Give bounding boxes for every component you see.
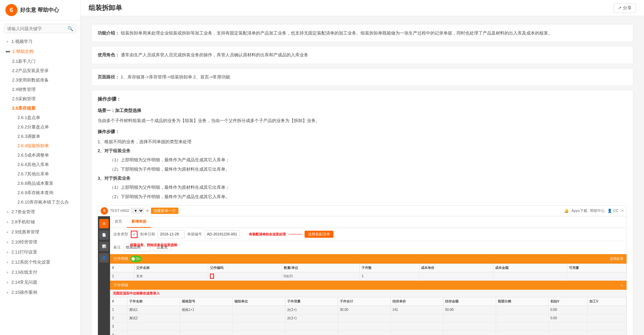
step3-2-text: （2）下部明细为子件明细，最终作为产成品生成其它入库单。 (110, 193, 627, 201)
share-icon: ↗ (618, 5, 622, 10)
app-sidebar-home-icon[interactable]: ⊞ (99, 219, 109, 228)
sidebar-item-personalization[interactable]: ＋ 2.12系统个性化设置 (0, 257, 80, 267)
sidebar-item-coupons[interactable]: ＋ 2.9优惠券管理 (0, 227, 80, 237)
create-new-btn[interactable]: 创建新单一方 (151, 208, 178, 214)
app-logo-icon: 6 (101, 207, 108, 215)
expand-icon: ➖ (5, 49, 10, 54)
cell-cost-amount (493, 272, 567, 280)
app-body: ⊞ 📄 📊 👤 首页 新增单据 (98, 216, 627, 335)
app-titlebar: 6 TEST-H002 ▼ ⚙ 创建新单一方 🔔 Apps下载 帮助中心 (98, 206, 627, 216)
table-header-row-upper: # 父件名称 父件编码 数量/单位 子件数 成本单价 成本金额 可用量 (110, 264, 627, 272)
form-row-2: 备注 组装品用 立案完 (110, 241, 627, 254)
form-area: 业务类型 ✓ 制单日期 2019-12-28 单据编号 AD-20191226-… (110, 228, 627, 254)
sidebar-item-cost-recalc[interactable]: 2.6.8商品成本重算 (0, 179, 80, 188)
company-selector[interactable]: ▼ (131, 208, 144, 214)
sidebar-item-operations[interactable]: ＋ 2.10经营管理 (0, 237, 80, 247)
ops-block: 操作步骤： 场景一：加工类型选择 当由多个子件材料组装成一个成品的业务为【组装】… (91, 90, 633, 335)
col-l-proc-v: 加工V (587, 297, 626, 306)
sidebar-item-ledger-query[interactable]: 2.6.9库存账本查询 (0, 188, 80, 198)
app-sidebar-person-icon[interactable]: 👤 (99, 253, 109, 263)
form-id-input[interactable]: AD-20191226-001 (205, 230, 239, 239)
sidebar-item-other-out[interactable]: 2.6.7其他出库单 (0, 169, 80, 179)
role-block: 使用角色： 通常由生产人员或库管人员完成拆装业务的操作，库管人员确认原材料的出库… (91, 46, 633, 64)
sidebar-item-label: 2.11打印设置 (11, 249, 37, 255)
search-box[interactable]: 🔍 (4, 24, 76, 33)
sidebar-item-label: 2.7资金管理 (11, 209, 35, 215)
sidebar-item-help-docs[interactable]: ➖ 2.帮助文档 (0, 47, 80, 57)
sidebar-item-label: 2.8手机旺铺 (11, 219, 35, 225)
form-label-remark: 备注 (113, 244, 121, 251)
select-bom-btn[interactable]: 选择装配清单 (305, 231, 333, 238)
col-l-spec: 规格型号 (180, 297, 232, 306)
step3-1-text: （1）上部明细为父件明细，最终作为原材料生成其它出库单； (110, 183, 627, 191)
sidebar-item-label: 2.13在线支付 (11, 269, 37, 275)
sidebar-nav: ＋ 1.视频学习 ➖ 2.帮助文档 2.1新手入门 2.2产品安装及登录 2.3… (0, 37, 80, 335)
sidebar-item-sales[interactable]: 2.4销售管理 (0, 85, 80, 94)
sidebar-item-assemble[interactable]: 2.6.4组装拆卸单 (0, 141, 80, 151)
toggle-circle (131, 257, 135, 261)
sidebar-item-cases[interactable]: ＋ 2.15操作案例 (0, 287, 80, 297)
table-row: 1 测试1 规格1+1 次(1+) 30.00 141 50.00 (110, 306, 627, 314)
sidebar-item-label: 2.15操作案例 (11, 289, 37, 295)
close-icon[interactable]: × (621, 207, 624, 215)
app-sidebar-doc-icon[interactable]: 📄 (99, 230, 109, 240)
sidebar-item-finance[interactable]: ＋ 2.7资金管理 (0, 207, 80, 217)
callout-type-label: 组装业务、拆卸业务在这里选择 (130, 242, 177, 248)
cell-cost-price (419, 272, 493, 280)
step2-2-text: （2）下部明细为子件明细，最终作为原材料生成其它出库单。 (110, 165, 627, 173)
sidebar-item-faq[interactable]: ＋ 2.14常见问题 (0, 277, 80, 287)
sidebar-item-purchase[interactable]: 2.5采购管理 (0, 94, 80, 104)
business-type-selector[interactable]: ✓ (131, 231, 138, 238)
step2-text: 2、对于组装业务 (98, 147, 627, 155)
parent-code-input[interactable] (210, 274, 214, 279)
sidebar-item-install[interactable]: 2.2产品安装及登录 (0, 66, 80, 75)
app-tab-home[interactable]: 首页 (110, 216, 127, 228)
col-qty-unit: 数量/单位 (282, 264, 360, 272)
expand-icon: ＋ (5, 239, 9, 245)
screenshot-container: 6 TEST-H002 ▼ ⚙ 创建新单一方 🔔 Apps下载 帮助中心 (98, 205, 627, 335)
col-l-alloc: 期望分摊 (496, 297, 548, 306)
table-row: 4 (110, 331, 627, 335)
col-l-stock-amount: 结存金额 (443, 297, 496, 306)
col-num: # (110, 264, 135, 272)
sidebar-item-partial-stocktake[interactable]: 2.6.2分量盘点单 (0, 122, 80, 132)
logo-icon: 6 (5, 4, 17, 16)
sidebar-item-inventory[interactable]: 2.6库存核算 (0, 104, 80, 113)
share-button[interactable]: ↗ 分享 (613, 3, 636, 13)
sidebar-item-online-pay[interactable]: ＋ 2.13在线支付 (0, 267, 80, 277)
form-date-input[interactable]: 2019-12-28 (158, 230, 184, 239)
callout-arrow-line (288, 234, 302, 234)
sidebar-item-stocktake[interactable]: 2.6.1盘点单 (0, 113, 80, 122)
sidebar-item-data-prep[interactable]: 2.3使用前数据准备 (0, 75, 80, 85)
col-l-child-name: 子件名称 (127, 297, 180, 306)
sidebar-item-ledger-error[interactable]: 2.6.10库存账本错了怎么办 (0, 198, 80, 207)
enable-toggle[interactable]: On (130, 256, 142, 262)
search-icon[interactable]: 🔍 (67, 26, 73, 31)
col-l-num: # (110, 297, 127, 306)
expand-icon-lower[interactable]: ⤡ (621, 282, 623, 288)
form-row-1: 业务类型 ✓ 制单日期 2019-12-28 单据编号 AD-20191226-… (110, 228, 627, 241)
app-sidebar-chart-icon[interactable]: 📊 (99, 242, 109, 251)
sidebar-item-other-in[interactable]: 2.6.6其他入库单 (0, 160, 80, 169)
sidebar-item-mobile[interactable]: ＋ 2.8手机旺铺 (0, 217, 80, 227)
content-area: 功能介绍： 组装拆卸单用来处理企业组装或拆卸等加工业务，支持有固定装配清单的产品… (80, 16, 644, 335)
section-bar-label: 父件明细 (113, 256, 128, 262)
apps-download-label: Apps下载 (572, 208, 587, 214)
sidebar-item-label: 2.10经营管理 (11, 239, 37, 245)
cell-parent-code (208, 272, 282, 280)
sidebar-header: 6 好生意 帮助中心 (0, 0, 80, 20)
ops-steps-title: 操作步骤： (98, 128, 627, 135)
sidebar-item-cost-adjust[interactable]: 2.6.5成本调整单 (0, 151, 80, 160)
sidebar-item-transfer[interactable]: 2.6.3调拨单 (0, 132, 80, 141)
search-input[interactable] (7, 26, 67, 31)
sidebar-item-video-learning[interactable]: ＋ 1.视频学习 (0, 37, 80, 47)
role-label: 使用角色： (98, 52, 119, 57)
col-child-count: 子件数 (360, 264, 419, 272)
expand-icon: ＋ (5, 219, 9, 225)
page-title: 组装拆卸单 (89, 3, 122, 12)
app-tab-new-order[interactable]: 新增单据 (127, 216, 151, 228)
sidebar-item-label: 2.12系统个性化设置 (11, 259, 50, 265)
sidebar-item-beginner[interactable]: 2.1新手入门 (0, 57, 80, 66)
section-bar: 父件明细 On 启用处理 (110, 254, 627, 264)
sidebar-item-print[interactable]: ＋ 2.11打印设置 (0, 247, 80, 257)
